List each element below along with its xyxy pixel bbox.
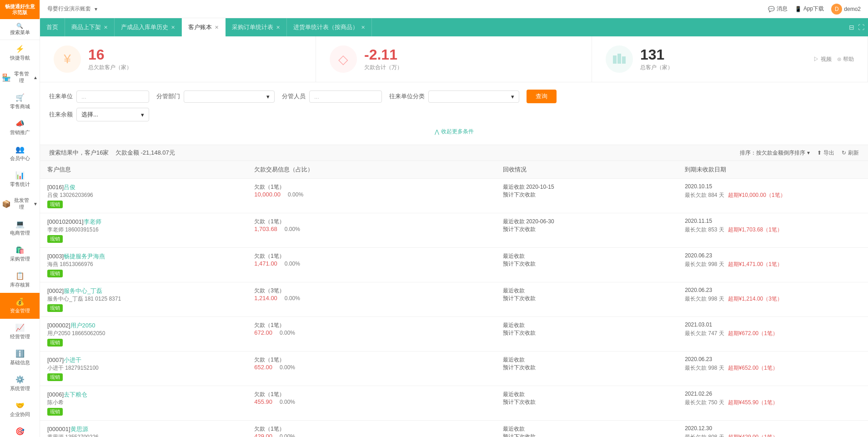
tab-purchase-stats[interactable]: 采购订单统计表 ✕ — [226, 18, 287, 36]
video-link[interactable]: ▷ 视频 — [813, 55, 831, 63]
user-avatar[interactable]: D demo2 — [831, 4, 861, 15]
export-icon: ⬆ — [817, 150, 822, 156]
customer-tag: 现销 — [47, 408, 63, 416]
dept-label: 分管部门 — [156, 92, 180, 100]
marketing-icon: 📣 — [15, 119, 25, 128]
sidebar-search[interactable]: 🔍 搜索菜单 — [0, 19, 40, 40]
overdue-amount-link[interactable]: 超期¥672.00（1笔） — [728, 330, 778, 337]
overdue-amount-link[interactable]: 超期¥652.00（1笔） — [728, 364, 778, 372]
tab-close-icon-4[interactable]: ✕ — [276, 25, 280, 30]
sidebar-item-basic[interactable]: ℹ️ 基础信息 — [0, 345, 40, 371]
sidebar-item-member[interactable]: 👥 会员中心 — [0, 141, 40, 166]
customer-info-cell: [0016]吕俊 吕俊 13026203696 现销 — [40, 179, 247, 213]
debt-amount[interactable]: 652.00 — [254, 364, 272, 371]
due-date: 2021.02.26 — [685, 391, 861, 397]
results-summary: 搜索结果中，客户16家 欠款金额 -21,148.07元 — [49, 149, 175, 157]
collapse-button[interactable]: ⋀ 收起更多条件 — [435, 128, 474, 136]
customer-name[interactable]: 用户2050 — [70, 322, 95, 329]
tab-home[interactable]: 首页 — [40, 18, 65, 36]
table-body: [0016]吕俊 吕俊 13026203696 现销 欠款（1笔） 10,000… — [40, 179, 868, 437]
debt-customers-icon: ¥ — [54, 45, 81, 73]
sidebar-item-guide[interactable]: 🎯 新手引导 — [0, 422, 40, 437]
tab-close-icon-3[interactable]: ✕ — [215, 25, 219, 30]
next-payment: 预计下次收款 — [503, 329, 671, 337]
sidebar-item-system[interactable]: ⚙️ 系统管理 — [0, 371, 40, 397]
tab-customer-ledger[interactable]: 客户账本 ✕ — [182, 18, 226, 36]
debt-info-cell: 欠款（1笔） 429.00 0.00% — [247, 421, 495, 437]
due-date: 2020.10.15 — [685, 183, 861, 190]
refresh-button[interactable]: ↻ 刷新 — [842, 149, 859, 157]
tab-close-icon-5[interactable]: ✕ — [361, 25, 365, 30]
message-button[interactable]: 💬 消息 — [768, 5, 788, 13]
debt-customers-info: 16 总欠款客户（家） — [88, 47, 132, 71]
balance-select[interactable]: 选择... ▾ — [76, 108, 149, 121]
tab-close-icon-2[interactable]: ✕ — [171, 25, 175, 30]
tab-fullscreen-icon[interactable]: ⛶ — [858, 24, 864, 31]
sidebar-item-wholesale[interactable]: 📦 批发管理 ▼ — [0, 192, 40, 215]
recovery-cell: 最近收款 2020-06-30 预计下次收款 — [496, 213, 678, 248]
tab-expand-icon[interactable]: ⊟ — [849, 24, 854, 31]
debt-amount[interactable]: 1,471.00 — [254, 260, 277, 267]
sidebar-item-ecommerce[interactable]: 💻 电商管理 — [0, 215, 40, 241]
customer-name[interactable]: 去下粮仓 — [64, 391, 87, 398]
debt-amount[interactable]: 1,214.00 — [254, 295, 277, 301]
sidebar-item-collab[interactable]: 🤝 企业协同 — [0, 397, 40, 422]
dots-icon-2: ... — [314, 93, 319, 100]
customer-name[interactable]: 黄思源 — [70, 426, 88, 432]
sidebar-item-inventory[interactable]: 📋 库存核算 — [0, 267, 40, 293]
sidebar-item-retail[interactable]: 🏪 零售管理 ▲ — [0, 66, 40, 89]
debt-amount[interactable]: 1,703.68 — [254, 226, 277, 232]
finance-icon: 💰 — [15, 297, 25, 306]
customer-name[interactable]: 小进干 — [64, 357, 81, 363]
tab-production-history[interactable]: 产成品入库单历史 ✕ — [115, 18, 182, 36]
debt-amount[interactable]: 429.00 — [254, 433, 272, 437]
overdue-amount-link[interactable]: 超期¥455.90（1笔） — [728, 399, 778, 407]
customer-tag: 现销 — [47, 373, 63, 381]
sidebar-item-marketing[interactable]: 📣 营销推广 — [0, 115, 40, 141]
filter-area: 往来单位 ... 分管部门 ▾ 分管人员 ... 往来单位分类 — [40, 82, 868, 145]
sidebar-item-purchase[interactable]: 🛍️ 采购管理 — [0, 241, 40, 267]
customer-tag: 现销 — [47, 339, 63, 347]
help-link[interactable]: ⊙ 帮助 — [837, 55, 854, 63]
dots-icon: ... — [81, 93, 86, 100]
overdue-days: 最长欠款 853 天 — [685, 226, 724, 234]
debt-info-cell: 欠款（1笔） 1,703.68 0.00% — [247, 213, 495, 248]
overdue-amount-link[interactable]: 超期¥1,214.00（3笔） — [728, 295, 783, 303]
debt-amount[interactable]: 672.00 — [254, 329, 272, 336]
overdue-amount-link[interactable]: 超期¥10,000.00（1笔） — [728, 191, 786, 199]
person-input[interactable]: ... — [309, 90, 382, 103]
debt-amount[interactable]: 455.90 — [254, 398, 272, 405]
overdue-amount-link[interactable]: 超期¥429.00（1笔） — [728, 433, 778, 437]
sidebar-item-store[interactable]: 🛒 零售商城 — [0, 89, 40, 115]
overdue-days: 最长欠款 998 天 — [685, 295, 724, 303]
customer-name[interactable]: 畅捷服务尹海燕 — [64, 253, 105, 260]
export-button[interactable]: ⬆ 导出 — [817, 149, 834, 157]
debt-amount[interactable]: 10,000.00 — [254, 191, 281, 198]
dept-select[interactable]: ▾ — [184, 90, 275, 103]
search-button[interactable]: 查询 — [527, 90, 557, 103]
tab-purchase-product-stats[interactable]: 进货单统计表（按商品） ✕ — [287, 18, 372, 36]
sidebar-item-finance[interactable]: 💰 资金管理 — [0, 293, 40, 319]
app-download-button[interactable]: 📱 App下载 — [795, 5, 824, 13]
customer-name[interactable]: 李老师 — [84, 218, 101, 225]
sidebar-item-operation[interactable]: 📈 经营管理 — [0, 319, 40, 345]
debt-count: 欠款（3笔） — [254, 287, 488, 295]
customer-name[interactable]: 吕俊 — [64, 184, 75, 191]
next-payment: 预计下次收款 — [503, 191, 671, 199]
svg-rect-0 — [613, 55, 617, 64]
overdue-amount-link[interactable]: 超期¥1,471.00（1笔） — [728, 261, 783, 268]
tab-close-icon[interactable]: ✕ — [104, 25, 108, 30]
filter-person: 分管人员 ... — [282, 90, 382, 103]
sidebar-item-quick[interactable]: ⚡ 快捷导航 — [0, 40, 40, 66]
debt-percent: 0.00% — [280, 399, 295, 405]
customer-phone: 海燕 18513066976 — [47, 261, 240, 268]
overdue-amount-link[interactable]: 超期¥1,703.68（1笔） — [728, 226, 783, 234]
sidebar-item-retail-stats[interactable]: 📊 零售统计 — [0, 166, 40, 192]
overdue-days: 最长欠款 998 天 — [685, 364, 724, 372]
tab-product-shelf[interactable]: 商品上下架 ✕ — [65, 18, 115, 36]
guide-icon: 🎯 — [15, 427, 25, 436]
unit-class-select[interactable]: ▾ — [428, 90, 519, 103]
customer-name[interactable]: 服务中心_丁磊 — [64, 287, 102, 294]
source-unit-input[interactable]: ... — [76, 90, 149, 103]
overdue-days: 最长欠款 998 天 — [685, 261, 724, 268]
